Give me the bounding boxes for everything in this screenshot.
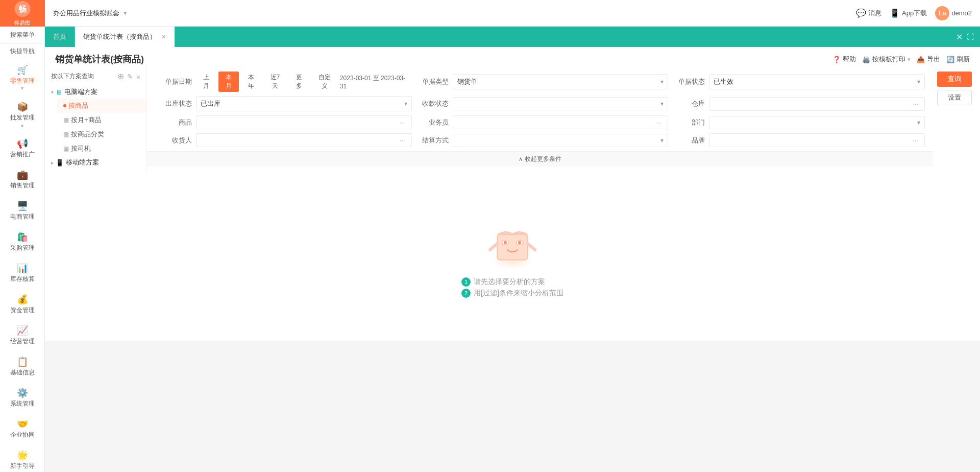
dropdown-arrow-icon[interactable]: ▾ xyxy=(124,9,127,17)
product-dots-icon[interactable]: ··· xyxy=(398,119,407,126)
salesman-dots-icon[interactable]: ··· xyxy=(654,119,664,126)
sidebar-item-retail-label: 零售管理 xyxy=(10,77,35,85)
scheme-section-pc-title: 电脑端方案 xyxy=(64,87,140,97)
filter-doc-status: 单据状态 已生效 ▾ xyxy=(668,74,925,89)
sidebar-item-company-label: 企业协同 xyxy=(10,431,35,439)
logo-icon: 畅 xyxy=(13,0,32,18)
empty-step-2-text: 用[过滤]条件来缩小分析范围 xyxy=(474,289,564,298)
scheme-section-pc-header[interactable]: ▾ 🖥 电脑端方案 xyxy=(45,85,146,99)
app-download-button[interactable]: 📱 App下载 xyxy=(890,8,927,18)
doc-status-select[interactable]: 已生效 ▾ xyxy=(709,74,925,89)
scheme-panel-title: 按以下方案查询 xyxy=(51,72,114,81)
collection-select[interactable]: ▾ xyxy=(453,97,669,110)
print-button[interactable]: 🖨️ 按模板打印 ▾ xyxy=(862,55,911,64)
tab-home-label: 首页 xyxy=(53,32,66,41)
date-btn-7days[interactable]: 近7天 xyxy=(263,72,287,92)
step-2-circle: 2 xyxy=(461,289,471,298)
search-menu-item[interactable]: 搜索菜单 xyxy=(0,27,44,44)
product-input[interactable]: ··· xyxy=(196,115,412,129)
tab-home[interactable]: 首页 xyxy=(45,27,75,47)
date-btn-this-month[interactable]: 本月 xyxy=(218,72,239,92)
date-btn-last-month[interactable]: 上月 xyxy=(196,72,216,92)
date-btn-more[interactable]: 更多 xyxy=(289,72,309,92)
brand-dots-icon[interactable]: ··· xyxy=(911,136,920,144)
salesman-input[interactable]: ··· xyxy=(453,115,669,129)
sidebar-item-purchase-label: 采购管理 xyxy=(10,244,35,252)
storage-input[interactable]: ··· xyxy=(709,97,925,111)
sidebar-item-company[interactable]: 🤝 企业协同 xyxy=(0,413,44,444)
page-actions: ❓ 帮助 🖨️ 按模板打印 ▾ 📤 导出 🔄 刷新 xyxy=(832,55,970,64)
user-profile[interactable]: Ea demo2 xyxy=(935,6,972,20)
receiver-input[interactable]: ··· xyxy=(196,133,412,147)
sidebar-item-ecommerce-label: 电商管理 xyxy=(10,213,35,221)
month-product-icon: ▦ xyxy=(63,116,69,124)
filter-doc-type: 单据类型 销货单 ▾ xyxy=(412,74,669,89)
tab-sales-stat[interactable]: 销货单统计表（按商品） ✕ xyxy=(75,27,175,47)
edit-scheme-icon[interactable]: ✎ xyxy=(127,73,133,81)
doc-type-select[interactable]: 销货单 ▾ xyxy=(453,74,669,89)
collapse-scheme-icon[interactable]: « xyxy=(136,73,140,81)
filter-product: 商品 ··· xyxy=(155,115,412,129)
storage-dots-icon[interactable]: ··· xyxy=(911,100,920,108)
sidebar-item-purchase[interactable]: 🛍️ 采购管理 xyxy=(0,226,44,257)
top-bar: 办公用品行业模拟账套 ▾ 💬 消息 📱 App下载 Ea demo2 xyxy=(45,0,980,27)
department-select[interactable]: ▾ xyxy=(709,116,925,129)
sidebar-item-wholesale[interactable]: 📦 批发管理 ▴ xyxy=(0,96,44,133)
filter-collection: 收款状态 ▾ xyxy=(412,97,669,110)
scheme-section-mobile: ▸ 📱 移动端方案 xyxy=(45,156,146,169)
sidebar-item-system[interactable]: ⚙️ 系统管理 xyxy=(0,382,44,413)
settings-button[interactable]: 设置 xyxy=(937,90,972,105)
add-scheme-icon[interactable]: ⊕ xyxy=(117,72,124,81)
doc-status-value: 已生效 xyxy=(714,77,733,86)
message-button[interactable]: 💬 消息 xyxy=(856,8,881,18)
sidebar-item-guide[interactable]: 🌟 新手引导 xyxy=(0,444,44,472)
refresh-button[interactable]: 🔄 刷新 xyxy=(946,55,970,64)
warehouse-value: 已出库 xyxy=(201,99,220,108)
sidebar-item-basic[interactable]: 📋 基础信息 xyxy=(0,351,44,382)
sidebar-item-ecommerce[interactable]: 🖥️ 电商管理 xyxy=(0,195,44,226)
sidebar-item-retail[interactable]: 🛒 零售管理 ▾ xyxy=(0,59,44,96)
top-bar-right: 💬 消息 📱 App下载 Ea demo2 xyxy=(856,6,972,20)
sidebar-item-operation[interactable]: 📈 经营管理 xyxy=(0,320,44,351)
receiver-label: 收货人 xyxy=(155,136,196,145)
department-label: 部门 xyxy=(668,118,709,127)
payment-select[interactable]: ▾ xyxy=(453,134,669,147)
date-btn-custom[interactable]: 自定义 xyxy=(311,72,338,92)
filter-row-1: 单据日期 上月 本月 本年 近7天 更多 自定义 2023-03-01 至 20… xyxy=(147,72,933,96)
scheme-item-by-product[interactable]: 按商品 xyxy=(57,99,146,113)
sidebar-item-inventory-label: 库存核算 xyxy=(10,275,35,284)
sidebar-item-wholesale-label: 批发管理 xyxy=(10,113,35,122)
scheme-section-mobile-header[interactable]: ▸ 📱 移动端方案 xyxy=(45,156,146,169)
receiver-dots-icon[interactable]: ··· xyxy=(398,136,407,144)
date-btn-this-year[interactable]: 本年 xyxy=(241,72,261,92)
app-title: 办公用品行业模拟账套 xyxy=(53,9,119,18)
warehouse-select[interactable]: 已出库 ▾ xyxy=(196,96,412,111)
sidebar-item-sales-label: 销售管理 xyxy=(10,181,35,190)
system-icon: ⚙️ xyxy=(17,387,28,398)
collapse-bar[interactable]: ∧ 收起更多条件 xyxy=(147,151,933,167)
scheme-item-by-month-product[interactable]: ▦ 按月+商品 xyxy=(57,113,146,127)
query-button[interactable]: 查询 xyxy=(937,72,972,87)
scheme-item-by-cashier[interactable]: ▦ 按司机 xyxy=(57,141,146,156)
tab-close-icon[interactable]: ✕ xyxy=(161,34,166,40)
sidebar-item-marketing[interactable]: 📢 营销推广 xyxy=(0,133,44,164)
export-button[interactable]: 📤 导出 xyxy=(917,55,940,64)
scheme-item-by-category[interactable]: ▦ 按商品分类 xyxy=(57,127,146,141)
print-label: 按模板打印 xyxy=(872,55,905,64)
help-button[interactable]: ❓ 帮助 xyxy=(832,55,856,64)
top-bar-left: 办公用品行业模拟账套 ▾ xyxy=(53,9,127,18)
content-wrapper: 销货单统计表(按商品) ❓ 帮助 🖨️ 按模板打印 ▾ 📤 导出 xyxy=(45,47,980,472)
salesman-label: 业务员 xyxy=(412,118,453,127)
quick-nav-item[interactable]: 快捷导航 xyxy=(0,44,44,59)
pc-icon: 🖥 xyxy=(56,88,62,96)
scheme-item-by-cashier-label: 按司机 xyxy=(71,144,91,153)
sidebar-item-sales[interactable]: 💼 销售管理 xyxy=(0,164,44,195)
svg-point-7 xyxy=(518,241,521,244)
tab-close-window-icon[interactable]: ✕ xyxy=(956,32,963,42)
brand-input[interactable]: ··· xyxy=(709,133,925,147)
filter-department: 部门 ▾ xyxy=(668,116,925,129)
sidebar-item-inventory[interactable]: 📊 库存核算 xyxy=(0,257,44,289)
svg-point-6 xyxy=(504,241,507,244)
tab-maximize-icon[interactable]: ⛶ xyxy=(967,33,974,41)
sidebar-item-finance[interactable]: 💰 资金管理 xyxy=(0,289,44,320)
